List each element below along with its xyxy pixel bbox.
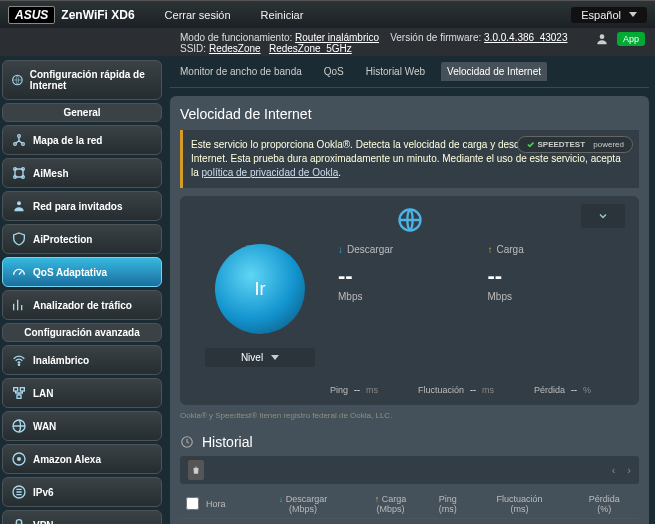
- download-value: --: [338, 263, 472, 289]
- globe-icon: [396, 206, 424, 234]
- sidebar-label: AiMesh: [33, 168, 69, 179]
- tab-bar: Monitor de ancho de banda QoS Historial …: [170, 56, 649, 88]
- loss-unit: %: [583, 385, 591, 395]
- sidebar-section-general: General: [2, 103, 162, 122]
- svg-point-0: [600, 34, 605, 39]
- app-button[interactable]: App: [617, 32, 645, 46]
- vpn-icon: [11, 517, 27, 524]
- tab-speed[interactable]: Velocidad de Internet: [441, 62, 547, 81]
- history-table: Hora ↓ Descargar(Mbps) ↑ Carga(Mbps) Pin…: [180, 490, 639, 524]
- sidebar-item-guest[interactable]: Red para invitados: [2, 191, 162, 221]
- sidebar-item-aimesh[interactable]: AiMesh: [2, 158, 162, 188]
- prev-page[interactable]: ‹: [612, 464, 616, 476]
- chevron-down-icon: [271, 355, 279, 360]
- no-results: No Test Results.: [180, 519, 639, 525]
- sidebar-label: Red para invitados: [33, 201, 122, 212]
- logout-button[interactable]: Cerrar sesión: [165, 9, 231, 21]
- globe-icon: [11, 418, 27, 434]
- sidebar-item-alexa[interactable]: Amazon Alexa: [2, 444, 162, 474]
- go-button[interactable]: Ir: [215, 244, 305, 334]
- ping-label: Ping: [330, 385, 348, 395]
- sidebar-label: VPN: [33, 520, 54, 525]
- chevron-down-icon: [597, 210, 609, 222]
- select-all-checkbox[interactable]: [186, 497, 199, 510]
- ssid-label: SSID:: [180, 43, 206, 54]
- download-label: Descargar: [347, 244, 393, 255]
- download-icon: ↓: [338, 244, 343, 255]
- col-ping: Ping(ms): [426, 490, 470, 519]
- server-select[interactable]: [581, 204, 625, 228]
- sidebar-label: WAN: [33, 421, 56, 432]
- ssid1-link[interactable]: RedesZone: [209, 43, 261, 54]
- sidebar-item-qos[interactable]: QoS Adaptativa: [2, 257, 162, 287]
- sidebar-label: LAN: [33, 388, 54, 399]
- sidebar-label: Analizador de tráfico: [33, 300, 132, 311]
- sidebar-item-quick-setup[interactable]: Configuración rápida de Internet: [2, 60, 162, 100]
- ookla-policy-link[interactable]: política de privacidad de Ookla: [202, 167, 339, 178]
- svg-point-2: [18, 135, 21, 138]
- sidebar-item-wan[interactable]: WAN: [2, 411, 162, 441]
- history-toolbar: ‹ ›: [180, 456, 639, 484]
- check-icon: [526, 140, 535, 149]
- sidebar-item-aiprotection[interactable]: AiProtection: [2, 224, 162, 254]
- upload-label: Carga: [497, 244, 524, 255]
- col-download: ↓ Descargar(Mbps): [251, 490, 356, 519]
- sidebar-item-vpn[interactable]: VPN: [2, 510, 162, 524]
- loss-label: Pérdida: [534, 385, 565, 395]
- download-unit: Mbps: [338, 291, 472, 302]
- svg-point-10: [18, 364, 19, 365]
- panel-title: Velocidad de Internet: [180, 106, 639, 122]
- upload-value: --: [488, 263, 622, 289]
- tab-bandwidth[interactable]: Monitor de ancho de banda: [174, 62, 308, 81]
- col-upload: ↑ Carga(Mbps): [355, 490, 426, 519]
- user-icon[interactable]: [595, 32, 609, 46]
- upload-icon: ↑: [488, 244, 493, 255]
- sidebar-item-lan[interactable]: LAN: [2, 378, 162, 408]
- chart-icon: [11, 297, 27, 313]
- sidebar-section-advanced: Configuración avanzada: [2, 323, 162, 342]
- mesh-icon: [11, 165, 27, 181]
- ping-unit: ms: [366, 385, 378, 395]
- next-page[interactable]: ›: [627, 464, 631, 476]
- col-loss: Pérdida(%): [569, 490, 639, 519]
- tab-web-history[interactable]: Historial Web: [360, 62, 431, 81]
- loss-value: --: [571, 385, 577, 395]
- trash-icon: [191, 464, 201, 476]
- history-icon: [180, 435, 194, 449]
- tab-qos[interactable]: QoS: [318, 62, 350, 81]
- sidebar-label: Amazon Alexa: [33, 454, 101, 465]
- alexa-icon: [11, 451, 27, 467]
- reboot-button[interactable]: Reiniciar: [261, 9, 304, 21]
- fw-label: Versión de firmware:: [390, 32, 481, 43]
- sidebar-item-network-map[interactable]: Mapa de la red: [2, 125, 162, 155]
- sidebar-label: QoS Adaptativa: [33, 267, 107, 278]
- jitter-unit: ms: [482, 385, 494, 395]
- wifi-icon: [11, 352, 27, 368]
- svg-point-16: [17, 457, 21, 461]
- svg-rect-12: [20, 388, 24, 391]
- upload-unit: Mbps: [488, 291, 622, 302]
- lan-icon: [11, 385, 27, 401]
- language-selector[interactable]: Español: [571, 7, 647, 23]
- sidebar-item-traffic[interactable]: Analizador de tráfico: [2, 290, 162, 320]
- fw-link[interactable]: 3.0.0.4.386_43023: [484, 32, 567, 43]
- col-time: Hora: [204, 490, 251, 519]
- sidebar-item-wireless[interactable]: Inalámbrico: [2, 345, 162, 375]
- speedtest-badge: SPEEDTEST powered: [517, 136, 634, 153]
- network-icon: [11, 132, 27, 148]
- chevron-down-icon: [629, 12, 637, 17]
- ssid2-link[interactable]: RedesZone_5GHz: [269, 43, 352, 54]
- ping-value: --: [354, 385, 360, 395]
- language-label: Español: [581, 9, 621, 21]
- ookla-footer: Ookla® y Speedtest® tienen registro fede…: [180, 411, 639, 420]
- brand-logo: ASUS: [8, 6, 55, 24]
- notice-box: Este servicio lo proporciona Ookla®. Det…: [180, 130, 639, 188]
- gear-globe-icon: [11, 72, 24, 88]
- model-name: ZenWiFi XD6: [61, 8, 134, 22]
- speed-panel: Velocidad de Internet Este servicio lo p…: [170, 96, 649, 524]
- sidebar-item-ipv6[interactable]: IPv6: [2, 477, 162, 507]
- mode-link[interactable]: Router inalámbrico: [295, 32, 379, 43]
- col-jitter: Fluctuación(ms): [470, 490, 570, 519]
- delete-button[interactable]: [188, 460, 204, 480]
- level-selector[interactable]: Nivel: [205, 348, 315, 367]
